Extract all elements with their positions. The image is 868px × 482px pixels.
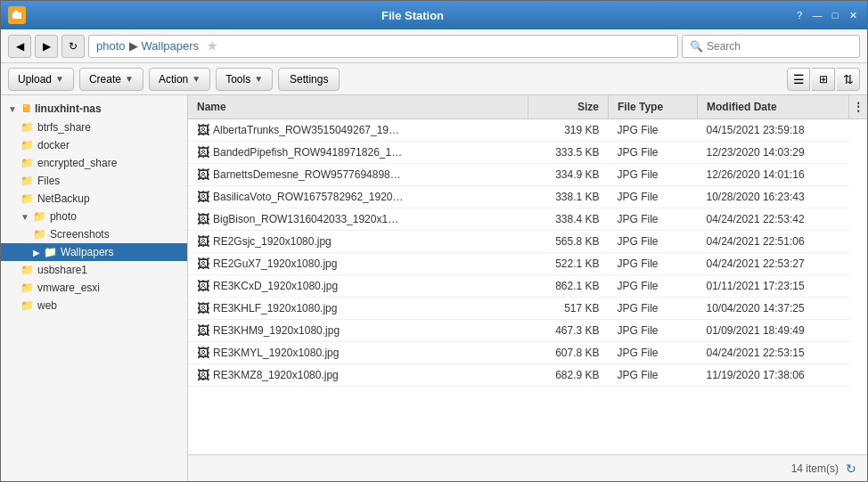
search-input[interactable] (707, 40, 852, 53)
close-button[interactable]: ✕ (846, 8, 860, 22)
file-icon-6: 🖼 (197, 257, 209, 271)
sidebar-item-files[interactable]: 📁Files (1, 172, 187, 190)
table-row[interactable]: 🖼BigBison_ROW1316042033_1920x1…338.4 KBJ… (188, 208, 867, 231)
sidebar-item-screenshots[interactable]: 📁Screenshots (1, 225, 187, 243)
table-row[interactable]: 🖼RE3KCxD_1920x1080.jpg862.1 KBJPG File01… (188, 275, 867, 298)
table-row[interactable]: 🖼RE2GuX7_1920x1080.jpg522.1 KBJPG File04… (188, 253, 867, 275)
sort-view-button[interactable]: ⇅ (837, 68, 860, 91)
tools-arrow: ▼ (254, 74, 263, 84)
table-row[interactable]: 🖼RE3KMZ8_1920x1080.jpg682.9 KBJPG File11… (188, 364, 867, 387)
col-more[interactable]: ⋮ (849, 95, 868, 119)
table-row[interactable]: 🖼RE3KHLF_1920x1080.jpg517 KBJPG File10/0… (188, 298, 867, 320)
sidebar-label-10: web (37, 299, 57, 312)
cell-date-0: 04/15/2021 23:59:18 (698, 119, 849, 142)
root-arrow: ▼ (8, 104, 17, 114)
sidebar-arrow-7: ▶ (33, 248, 40, 257)
minimize-button[interactable]: — (810, 8, 824, 22)
cell-date-1: 12/23/2020 14:03:29 (698, 142, 849, 164)
toolbar: Upload ▼ Create ▼ Action ▼ Tools ▼ Setti… (1, 63, 867, 95)
view-buttons: ☰ ⊞ ⇅ (787, 68, 860, 91)
sidebar-item-wallpapers[interactable]: ▶📁Wallpapers (1, 243, 187, 261)
col-name[interactable]: Name (188, 95, 528, 119)
table-row[interactable]: 🖼AlbertaTrunks_ROW3515049267_19…319 KBJP… (188, 119, 867, 142)
cell-name-9: 🖼RE3KHM9_1920x1080.jpg (188, 320, 528, 342)
sidebar-item-web[interactable]: 📁web (1, 297, 187, 315)
table-row[interactable]: 🖼RE3KMYL_1920x1080.jpg607.8 KBJPG File04… (188, 342, 867, 364)
file-icon-5: 🖼 (197, 234, 209, 249)
cell-name-0: 🖼AlbertaTrunks_ROW3515049267_19… (188, 119, 528, 142)
cell-type-6: JPG File (609, 253, 698, 275)
cell-type-2: JPG File (609, 164, 698, 186)
cell-size-3: 338.1 KB (528, 186, 609, 208)
table-row[interactable]: 🖼BasilicaVoto_ROW1675782962_1920…338.1 K… (188, 186, 867, 208)
help-button[interactable]: ? (792, 8, 807, 22)
action-arrow: ▼ (192, 74, 201, 84)
cell-type-3: JPG File (609, 186, 698, 208)
cell-size-1: 333.5 KB (528, 142, 609, 164)
file-name-text-6: RE2GuX7_1920x1080.jpg (213, 257, 337, 270)
upload-button[interactable]: Upload ▼ (8, 68, 74, 91)
action-button[interactable]: Action ▼ (149, 68, 210, 91)
table-row[interactable]: 🖼RE3KHM9_1920x1080.jpg467.3 KBJPG File01… (188, 320, 867, 342)
table-row[interactable]: 🖼RE2Gsjc_1920x1080.jpg565.8 KBJPG File04… (188, 231, 867, 253)
col-date[interactable]: Modified Date (698, 95, 849, 119)
folder-icon-3: 📁 (20, 175, 34, 187)
sidebar-item-usbshare1[interactable]: 📁usbshare1 (1, 261, 187, 279)
file-name-text-9: RE3KHM9_1920x1080.jpg (213, 324, 340, 337)
folder-icon-6: 📁 (33, 228, 46, 241)
cell-size-11: 682.9 KB (528, 364, 609, 387)
file-icon-7: 🖼 (197, 279, 209, 293)
maximize-button[interactable]: □ (828, 8, 842, 22)
breadcrumb-part1[interactable]: photo (96, 39, 126, 53)
refresh-button[interactable]: ↻ (61, 35, 85, 58)
cell-type-1: JPG File (609, 142, 698, 164)
sidebar: ▼ 🖥 linuxhint-nas 📁btrfs_share📁docker📁en… (1, 95, 188, 481)
back-button[interactable]: ◀ (8, 35, 31, 58)
file-name-text-2: BarnettsDemesne_ROW9577694898… (213, 168, 401, 181)
sidebar-label-2: encrypted_share (37, 157, 117, 169)
table-header-row: Name Size File Type Modified Date ⋮ (188, 95, 867, 119)
create-button[interactable]: Create ▼ (79, 68, 143, 91)
table-row[interactable]: 🖼BandedPipefish_ROW9418971826_1…333.5 KB… (188, 142, 867, 164)
folder-icon-1: 📁 (20, 139, 34, 151)
status-refresh-button[interactable]: ↻ (846, 462, 856, 476)
col-type[interactable]: File Type (609, 95, 698, 119)
settings-button[interactable]: Settings (278, 68, 340, 91)
sidebar-label-4: NetBackup (37, 192, 90, 205)
sidebar-item-netbackup[interactable]: 📁NetBackup (1, 190, 187, 208)
file-name-text-5: RE2Gsjc_1920x1080.jpg (213, 235, 332, 248)
sidebar-label-7: Wallpapers (61, 246, 114, 258)
breadcrumb: photo ▶ Wallpapers ★ (88, 35, 678, 58)
cell-size-0: 319 KB (528, 119, 609, 142)
window-controls: ? — □ ✕ (792, 8, 860, 22)
sidebar-item-docker[interactable]: 📁docker (1, 136, 187, 154)
sidebar-label-8: usbshare1 (37, 264, 87, 276)
grid-view-button[interactable]: ⊞ (812, 68, 835, 91)
sidebar-item-photo[interactable]: ▼📁photo (1, 208, 187, 225)
sidebar-item-vmware-esxi[interactable]: 📁vmware_esxi (1, 279, 187, 297)
table-row[interactable]: 🖼BarnettsDemesne_ROW9577694898…334.9 KBJ… (188, 164, 867, 186)
sidebar-root[interactable]: ▼ 🖥 linuxhint-nas (1, 99, 187, 118)
cell-size-9: 467.3 KB (528, 320, 609, 342)
cell-name-4: 🖼BigBison_ROW1316042033_1920x1… (188, 208, 528, 231)
file-icon-0: 🖼 (197, 123, 209, 137)
col-size[interactable]: Size (528, 95, 609, 119)
file-name-text-8: RE3KHLF_1920x1080.jpg (213, 302, 337, 315)
forward-button[interactable]: ▶ (35, 35, 58, 58)
sidebar-root-label: linuxhint-nas (35, 102, 102, 115)
breadcrumb-part2[interactable]: Wallpapers (142, 39, 200, 53)
sidebar-item-btrfs-share[interactable]: 📁btrfs_share (1, 118, 187, 136)
sidebar-label-6: Screenshots (50, 228, 110, 241)
sidebar-item-encrypted-share[interactable]: 📁encrypted_share (1, 154, 187, 172)
cell-type-8: JPG File (609, 298, 698, 320)
cell-name-11: 🖼RE3KMZ8_1920x1080.jpg (188, 364, 528, 387)
tools-button[interactable]: Tools ▼ (216, 68, 273, 91)
list-view-button[interactable]: ☰ (787, 68, 810, 91)
cell-name-6: 🖼RE2GuX7_1920x1080.jpg (188, 253, 528, 275)
file-icon-4: 🖼 (197, 212, 209, 226)
create-label: Create (89, 73, 121, 86)
folder-icon-0: 📁 (20, 121, 34, 134)
favorite-button[interactable]: ★ (206, 37, 218, 54)
app-icon (8, 6, 26, 24)
cell-size-5: 565.8 KB (528, 231, 609, 253)
